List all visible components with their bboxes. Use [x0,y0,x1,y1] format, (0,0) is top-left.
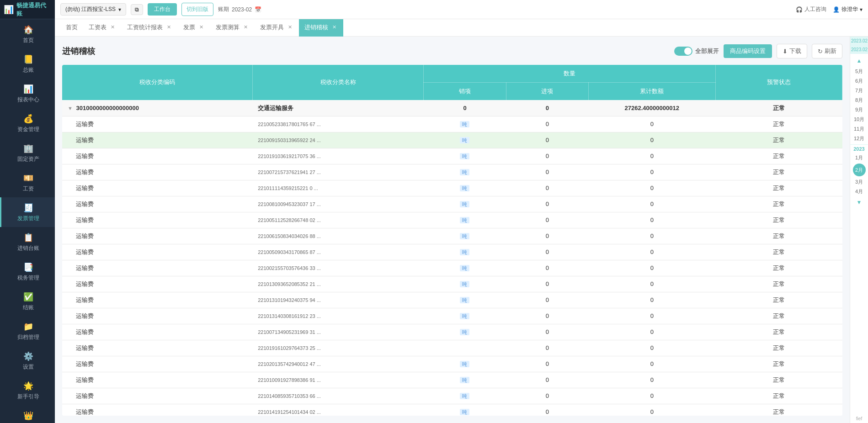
month-5[interactable]: 5月 [850,67,868,76]
sidebar-item-guide[interactable]: 🌟 新手引导 [0,375,55,405]
checkout-icon: ✅ [23,292,33,302]
cell-tag: 吨 [424,180,506,196]
user-menu[interactable]: 👤 徐澄华 ▾ [833,5,863,13]
sidebar-item-settings[interactable]: ⚙️ 设置 [0,346,55,375]
cell-status: 正常 [715,260,842,276]
cell-sales: 0 [506,372,588,388]
sidebar-item-reports[interactable]: 📊 报表中心 [0,79,55,108]
cell-status: 正常 [715,388,842,404]
table-row: 运输费 221014085935710353 66 ... 吨 0 0 正常 [62,388,842,404]
sidebar-item-archive[interactable]: 📁 归档管理 [0,316,55,346]
table-row: 运输费 221019161029764373 25 ... 0 0 正常 [62,340,842,356]
support-button[interactable]: 🎧 人工咨询 [796,5,826,13]
cell-status: 正常 [715,164,842,180]
period-2023-top[interactable]: 2023.02 [850,37,868,45]
chevron-up-icon[interactable]: ▲ [850,55,868,67]
year-2023[interactable]: 2023 [850,144,868,153]
guide-icon: 🌟 [23,381,33,391]
table-row: 运输费 221019103619217075 36 ... 吨 0 0 正常 [62,148,842,164]
expand-icon[interactable]: ▼ [68,106,73,111]
settings-button[interactable]: 商品编码设置 [724,44,772,58]
cell-detail: 221013101943240375 94 ... [252,292,424,308]
month-2-active[interactable]: 2月 [853,164,866,176]
table-row: 运输费 221013093652085352 21 ... 吨 0 0 正常 [62,276,842,292]
salary-icon: 💴 [23,173,33,183]
calendar-icon: 📅 [255,6,261,13]
chevron-down-icon[interactable]: ▼ [850,196,868,208]
sidebar-item-assets[interactable]: 🏢 固定资产 [0,138,55,168]
fief-label[interactable]: fief [850,414,868,423]
sidebar-item-member[interactable]: 👑 畅会员 [0,405,55,423]
cell-status: 正常 [715,356,842,372]
worktable-button[interactable]: 工作台 [148,3,177,16]
sidebar-item-home[interactable]: 🏠 首页 [0,19,55,49]
period-2023-top2[interactable]: 2023.02 [850,45,868,54]
expand-toggle[interactable] [674,47,692,56]
cell-detail: 221005090343170865 87 ... [252,244,424,260]
switch-version-button[interactable]: 切到旧版 [181,3,213,16]
close-icon[interactable]: ✕ [331,24,338,31]
cell-code: 运输费 [62,340,252,356]
month-7[interactable]: 7月 [850,86,868,95]
sidebar-item-invoice[interactable]: 🧾 发票管理 [0,197,55,227]
tab-reconcile[interactable]: 进销稽核 ✕ [299,19,343,37]
cell-detail: 221019161029764373 25 ... [252,340,424,356]
cell-status: 正常 [715,196,842,212]
month-6[interactable]: 6月 [850,76,868,86]
close-icon[interactable]: ✕ [287,24,293,31]
cell-purchase: 0 [589,404,715,416]
cell-sales: 0 [506,260,588,276]
copy-button[interactable]: ⧉ [131,4,143,15]
cell-detail: 221008100945323037 17 ... [252,196,424,212]
close-icon[interactable]: ✕ [165,24,172,31]
download-button[interactable]: ⬇ 下载 [777,44,807,58]
user-name: 徐澄华 [841,5,858,13]
cell-status: 正常 [715,276,842,292]
sidebar-item-salary[interactable]: 💴 工资 [0,168,55,197]
page-header: 进销稽核 全部展开 商品编码设置 ⬇ 下载 ↻ 刷新 [62,44,842,58]
close-icon[interactable]: ✕ [242,24,249,31]
cell-status: 正常 [715,308,842,324]
close-icon[interactable]: ✕ [198,24,205,31]
sidebar-item-purchase-sales[interactable]: 📋 进销台账 [0,227,55,257]
month-3[interactable]: 3月 [850,177,868,187]
sidebar-item-funds[interactable]: 💰 资金管理 [0,108,55,138]
month-12[interactable]: 12月 [850,134,868,143]
tab-label: 发票测算 [216,23,240,32]
sidebar-item-label: 设置 [23,363,34,371]
cell-purchase: 0 [589,244,715,260]
cell-tag: 吨 [424,148,506,164]
month-11[interactable]: 11月 [850,124,868,134]
company-selector[interactable]: (勿动) 江西报宝-LSS ▾ [60,3,126,16]
sidebar-item-checkout[interactable]: ✅ 结账 [0,286,55,316]
logo-icon: 📊 [4,5,14,15]
sidebar-item-tax[interactable]: 📑 税务管理 [0,257,55,286]
month-4[interactable]: 4月 [850,187,868,196]
col-header-quantity-group: 数量 [424,65,715,83]
cell-detail: 221007215737621941 27 ... [252,164,424,180]
month-8[interactable]: 8月 [850,95,868,105]
tab-home[interactable]: 首页 [60,19,83,37]
tab-invoice-issue[interactable]: 发票开具 ✕ [255,19,299,37]
tab-invoice[interactable]: 发票 ✕ [178,19,210,37]
month-10[interactable]: 10月 [850,115,868,124]
tab-payroll-report[interactable]: 工资统计报表 ✕ [122,19,178,37]
table-row: 运输费 221005090343170865 87 ... 吨 0 0 正常 [62,244,842,260]
cell-code: 运输费 [62,132,252,148]
month-1[interactable]: 1月 [850,153,868,163]
cell-purchase: 0 [589,228,715,244]
invoice-icon: 🧾 [23,203,33,213]
cell-purchase: 0 [589,276,715,292]
tab-payroll[interactable]: 工资表 ✕ [83,19,122,37]
month-9[interactable]: 9月 [850,105,868,115]
close-icon[interactable]: ✕ [109,24,116,31]
expand-toggle-wrap: 全部展开 [674,47,719,56]
period-label: 账期 [218,5,229,13]
period-value: 2023-02 [232,6,252,13]
expand-toggle-label: 全部展开 [695,47,719,55]
sidebar-item-ledger[interactable]: 📒 总账 [0,49,55,79]
cell-code: 运输费 [62,308,252,324]
refresh-button[interactable]: ↻ 刷新 [812,44,842,58]
cell-code: 运输费 [62,244,252,260]
tab-invoice-calc[interactable]: 发票测算 ✕ [210,19,255,37]
